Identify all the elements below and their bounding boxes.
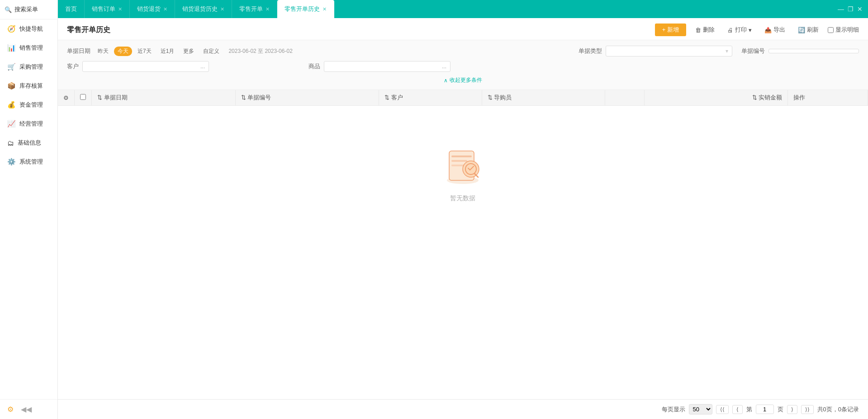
page-header: 零售开单历史 + 新增 🗑 删除 🖨 打印 ▾ 📤 导出 🔄 bbox=[58, 18, 868, 40]
customer-label: 客户 bbox=[67, 62, 79, 71]
tab-sales-return-history[interactable]: 销货退货历史 ✕ bbox=[175, 0, 232, 18]
per-page-select[interactable]: 50 10 20 100 bbox=[689, 404, 712, 414]
customer-input[interactable]: ... bbox=[82, 61, 209, 72]
tab-label-home: 首页 bbox=[65, 5, 77, 13]
refresh-button[interactable]: 🔄 刷新 bbox=[794, 24, 822, 36]
select-all-checkbox[interactable] bbox=[80, 94, 86, 100]
date-range-display: 2023-06-02 至 2023-06-02 bbox=[228, 47, 292, 55]
tab-close-retail-open-history[interactable]: ✕ bbox=[323, 6, 327, 12]
next-page-btn[interactable]: ⟩ bbox=[787, 405, 797, 414]
export-button[interactable]: 📤 导出 bbox=[761, 24, 789, 36]
date-btn-custom[interactable]: 自定义 bbox=[199, 47, 223, 56]
sidebar-item-inventory[interactable]: 📦库存核算 bbox=[0, 76, 57, 95]
tab-close-sales-return-history[interactable]: ✕ bbox=[220, 6, 224, 12]
total-info: 共0页，0条记录 bbox=[817, 405, 859, 414]
tab-close-retail-open[interactable]: ✕ bbox=[266, 6, 270, 12]
page-label-pre: 第 bbox=[746, 405, 752, 414]
sidebar-item-operations[interactable]: 📈经营管理 bbox=[0, 114, 57, 133]
th-settings[interactable]: ⚙ bbox=[58, 90, 75, 106]
th-no[interactable]: ⇅ 单据编号 bbox=[235, 90, 379, 106]
goods-browse-icon[interactable]: ... bbox=[442, 63, 446, 70]
empty-text: 暂无数据 bbox=[450, 194, 475, 202]
close-window-icon[interactable]: ✕ bbox=[857, 5, 863, 13]
bill-no-input[interactable] bbox=[768, 49, 859, 53]
sidebar-icon-purchase-mgmt: 🛒 bbox=[7, 63, 16, 71]
refresh-icon: 🔄 bbox=[798, 27, 805, 33]
th-date[interactable]: ⇅ 单据日期 bbox=[92, 90, 236, 106]
tab-close-sales-return[interactable]: ✕ bbox=[163, 6, 167, 12]
main-area: 首页销售订单 ✕销货退货 ✕销货退货历史 ✕零售开单 ✕零售开单历史 ✕ — ❐… bbox=[58, 0, 868, 419]
sidebar-label-quick-nav: 快捷导航 bbox=[19, 25, 43, 33]
add-button[interactable]: + 新增 bbox=[655, 24, 686, 36]
date-btn-more[interactable]: 更多 bbox=[180, 47, 198, 56]
th-amount[interactable]: ⇅ 实销金额 bbox=[644, 90, 788, 106]
tab-label-retail-open: 零售开单 bbox=[239, 5, 263, 13]
goods-input[interactable]: ... bbox=[324, 61, 451, 72]
first-page-btn[interactable]: ⟨⟨ bbox=[716, 405, 729, 414]
sidebar-footer: ⚙ ◀◀ bbox=[0, 399, 57, 419]
table-body: 暂无数据 bbox=[58, 106, 868, 239]
tab-close-sales-order[interactable]: ✕ bbox=[118, 6, 122, 12]
sidebar-icon-operations: 📈 bbox=[7, 120, 16, 128]
th-salesperson[interactable]: ⇅ 导购员 bbox=[482, 90, 605, 106]
collapse-filter-btn[interactable]: ∧ 收起更多条件 bbox=[67, 76, 859, 84]
sidebar-label-basic-info: 基础信息 bbox=[18, 139, 41, 147]
sidebar-item-basic-info[interactable]: 🗂基础信息 bbox=[0, 133, 57, 152]
date-btn-last_month[interactable]: 近1月 bbox=[157, 47, 178, 56]
customer-browse-icon[interactable]: ... bbox=[200, 63, 205, 70]
search-icon: 🔍 bbox=[5, 6, 12, 13]
tab-retail-open[interactable]: 零售开单 ✕ bbox=[232, 0, 277, 18]
sidebar-label-system-mgmt: 系统管理 bbox=[19, 158, 43, 166]
tab-home[interactable]: 首页 bbox=[58, 0, 85, 18]
date-btn-yesterday[interactable]: 昨天 bbox=[94, 47, 112, 56]
sidebar-icon-finance: 💰 bbox=[7, 101, 16, 109]
sidebar-item-purchase-mgmt[interactable]: 🛒采购管理 bbox=[0, 57, 57, 76]
sidebar-icon-quick-nav: 🧭 bbox=[7, 25, 16, 33]
sidebar-item-system-mgmt[interactable]: ⚙️系统管理 bbox=[0, 152, 57, 171]
th-customer[interactable]: ⇅ 客户 bbox=[379, 90, 482, 106]
sidebar-search[interactable]: 🔍 搜索采单 bbox=[0, 0, 57, 19]
sidebar-item-finance[interactable]: 💰资金管理 bbox=[0, 95, 57, 114]
bill-type-filter: 单据类型 ▾ bbox=[579, 46, 732, 56]
th-action: 操作 bbox=[788, 90, 868, 106]
date-filter-label: 单据日期 bbox=[67, 47, 90, 55]
page-number-input[interactable] bbox=[756, 405, 774, 414]
sidebar-icon-basic-info: 🗂 bbox=[7, 139, 14, 147]
prev-page-btn[interactable]: ⟨ bbox=[732, 405, 743, 414]
empty-state: 暂无数据 bbox=[58, 106, 868, 239]
toolbar: + 新增 🗑 删除 🖨 打印 ▾ 📤 导出 🔄 刷新 bbox=[655, 24, 859, 36]
th-checkbox[interactable] bbox=[75, 90, 92, 106]
tab-sales-return[interactable]: 销货退货 ✕ bbox=[130, 0, 175, 18]
show-detail-input[interactable] bbox=[828, 27, 834, 33]
pagination: 每页显示 50 10 20 100 ⟨⟨ ⟨ 第 页 ⟩ ⟩⟩ 共0页，0条记录 bbox=[58, 399, 868, 419]
tab-retail-open-history[interactable]: 零售开单历史 ✕ bbox=[277, 0, 334, 18]
sidebar-item-sales-mgmt[interactable]: 📊销售管理 bbox=[0, 38, 57, 57]
svg-rect-3 bbox=[451, 160, 467, 162]
filter-area: 单据日期 昨天今天近7天近1月更多自定义 2023-06-02 至 2023-0… bbox=[58, 40, 868, 90]
date-btn-last7[interactable]: 近7天 bbox=[134, 47, 155, 56]
bill-type-label: 单据类型 bbox=[579, 47, 602, 55]
sidebar-icon-system-mgmt: ⚙️ bbox=[7, 158, 16, 166]
show-detail-checkbox[interactable]: 显示明细 bbox=[828, 26, 859, 34]
print-button[interactable]: 🖨 打印 ▾ bbox=[724, 24, 755, 36]
th-date-label: ⇅ 单据日期 bbox=[97, 94, 128, 101]
collapse-filter-label: 收起更多条件 bbox=[450, 76, 482, 84]
tab-sales-order[interactable]: 销售订单 ✕ bbox=[85, 0, 130, 18]
th-customer-label: ⇅ 客户 bbox=[384, 94, 403, 101]
date-filter: 单据日期 昨天今天近7天近1月更多自定义 2023-06-02 至 2023-0… bbox=[67, 47, 293, 56]
last-page-btn[interactable]: ⟩⟩ bbox=[801, 405, 814, 414]
sidebar-item-quick-nav[interactable]: 🧭快捷导航 bbox=[0, 19, 57, 38]
collapse-sidebar-icon[interactable]: ◀◀ bbox=[21, 405, 32, 414]
filter-row-2: 客户 ... 商品 ... bbox=[67, 61, 859, 72]
settings-icon[interactable]: ⚙ bbox=[7, 405, 14, 414]
tabs-bar: 首页销售订单 ✕销货退货 ✕销货退货历史 ✕零售开单 ✕零售开单历史 ✕ — ❐… bbox=[58, 0, 868, 18]
restore-icon[interactable]: ❐ bbox=[848, 5, 854, 13]
minimize-icon[interactable]: — bbox=[838, 5, 844, 13]
th-salesperson-label: ⇅ 导购员 bbox=[488, 94, 512, 101]
sidebar-label-sales-mgmt: 销售管理 bbox=[19, 44, 43, 52]
bill-type-select[interactable]: ▾ bbox=[606, 46, 732, 56]
date-btn-today[interactable]: 今天 bbox=[114, 47, 132, 56]
sidebar-label-inventory: 库存核算 bbox=[19, 82, 43, 90]
sidebar-icon-inventory: 📦 bbox=[7, 82, 16, 90]
delete-button[interactable]: 🗑 删除 bbox=[692, 24, 718, 36]
